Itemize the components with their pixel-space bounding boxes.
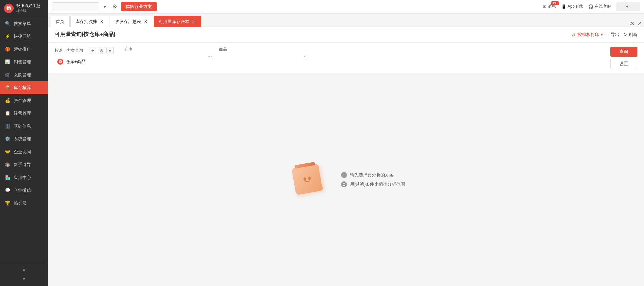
tab-bar-right: ✕ ⤢: [630, 20, 641, 27]
sidebar-item-label: 快捷导航: [14, 33, 31, 40]
sidebar-item-label: 基础信息: [14, 123, 31, 129]
header-dropdown-btn[interactable]: ▾: [101, 3, 109, 11]
app-badge: 标准版: [16, 9, 41, 14]
tab-batch[interactable]: 库存批次账 ✕: [70, 16, 109, 27]
sidebar-item-search[interactable]: 🔍 搜索菜单: [0, 17, 48, 30]
gear-icon: ⚙️: [5, 136, 11, 142]
sidebar-item-marketing[interactable]: 🎁 营销推广: [0, 43, 48, 56]
sidebar-item-label: 经营管理: [14, 110, 31, 116]
logo-icon: 畅: [4, 4, 14, 13]
scheme-item-warehouse-product[interactable]: 仓库+商品: [55, 57, 114, 67]
main-area: ▾ ⚙ 体验行业方案 ✉ 消息 99+ 📱 App下载 🎧 在线客服 Rit: [48, 0, 644, 286]
sidebar-item-member[interactable]: 🏆 畅会员: [0, 197, 48, 210]
sidebar-logo: 畅 畅康通好生意 标准版: [0, 0, 48, 17]
sidebar-bottom: ▲ ▼: [0, 262, 48, 286]
sidebar-item-purchase[interactable]: 🛒 采购管理: [0, 69, 48, 81]
print-label: 按模板打印: [577, 32, 599, 38]
sidebar-item-label: 营销推广: [14, 46, 31, 52]
money-icon: 💰: [5, 98, 11, 104]
message-btn[interactable]: ✉ 消息 99+: [543, 4, 556, 9]
empty-hint-2: 2 用[过滤]条件来缩小分析范围: [341, 181, 405, 187]
page-title-bar: 可用量查询(按仓库+商品) 🖨 按模板打印 ▾ ↑ 导出 ↻ 刷新: [48, 27, 644, 43]
empty-illustration: [287, 159, 328, 200]
sidebar-item-label: 系统管理: [14, 136, 31, 142]
refresh-btn[interactable]: ↻ 刷新: [623, 32, 637, 38]
empty-box-face: [300, 173, 315, 187]
tab-home[interactable]: 首页: [51, 16, 70, 27]
sidebar-item-wechat[interactable]: 💬 企业微信: [0, 184, 48, 197]
book-icon: 📚: [5, 162, 11, 168]
header-search-input[interactable]: [52, 2, 99, 11]
wechat-icon: 💬: [5, 187, 11, 193]
sidebar-item-label: 畅会员: [14, 200, 27, 206]
filter-field-warehouse: 仓库 ···: [124, 47, 212, 61]
store-icon: 🏪: [5, 175, 11, 181]
box-icon: 📦: [5, 85, 11, 91]
tab-available-label: 可用量库存账本: [159, 19, 189, 25]
tab-expand-btn[interactable]: ⤢: [637, 20, 641, 27]
scroll-down-btn[interactable]: ▼: [0, 274, 48, 283]
sidebar-nav: 🔍 搜索菜单 ⚡ 快捷导航 🎁 营销推广 📊 销售管理 🛒 采购管理 📦 库存核…: [0, 17, 48, 262]
sidebar-item-appstore[interactable]: 🏪 应用中心: [0, 171, 48, 184]
sidebar-item-basic[interactable]: 🗄️ 基础信息: [0, 120, 48, 133]
tab-home-label: 首页: [56, 19, 65, 25]
header-right: ✉ 消息 99+ 📱 App下载 🎧 在线客服 Rit: [543, 2, 640, 11]
sidebar-item-enterprise[interactable]: 🤝 企业协同: [0, 146, 48, 158]
page-title-actions: 🖨 按模板打印 ▾ ↑ 导出 ↻ 刷新: [572, 32, 638, 38]
export-icon: ↑: [607, 32, 610, 37]
warehouse-input-wrapper: ···: [124, 54, 212, 61]
product-more-btn[interactable]: ···: [302, 54, 307, 60]
scheme-collapse-btn[interactable]: «: [106, 47, 114, 54]
print-btn[interactable]: 🖨 按模板打印 ▾: [572, 32, 603, 38]
tab-summary[interactable]: 收发存汇总表 ✕: [110, 16, 153, 27]
scheme-label: 按以下方案查询: [55, 48, 83, 53]
filter-field-product: 商品 ···: [219, 47, 307, 61]
handshake-icon: 🤝: [5, 149, 11, 155]
scroll-up-btn[interactable]: ▲: [0, 265, 48, 274]
sidebar-item-system[interactable]: ⚙️ 系统管理: [0, 133, 48, 146]
sidebar-item-sales[interactable]: 📊 销售管理: [0, 56, 48, 69]
scheme-settings-btn[interactable]: ⊙: [98, 47, 105, 54]
customer-service-btn[interactable]: 🎧 在线客服: [588, 4, 611, 9]
sidebar-item-label: 搜索菜单: [14, 21, 31, 27]
sidebar-item-label: 企业微信: [14, 187, 31, 193]
empty-hint-1-text: 请先选择要分析的方案: [350, 172, 394, 178]
warehouse-input[interactable]: [124, 54, 208, 59]
tab-batch-close[interactable]: ✕: [99, 19, 104, 24]
warehouse-field-label: 仓库: [124, 47, 212, 52]
settings-btn[interactable]: 设置: [610, 59, 637, 69]
sidebar-item-shortcut[interactable]: ⚡ 快捷导航: [0, 30, 48, 43]
header-settings-btn[interactable]: ⚙: [110, 2, 120, 11]
filter-scheme-header: 按以下方案查询 + ⊙ «: [55, 47, 114, 54]
header-search-area: ▾ ⚙ 体验行业方案: [52, 2, 540, 11]
tab-close-all-btn[interactable]: ✕: [630, 20, 634, 27]
scheme-add-btn[interactable]: +: [89, 47, 96, 54]
sidebar-item-label: 企业协同: [14, 149, 31, 155]
search-icon: 🔍: [5, 21, 11, 27]
query-btn[interactable]: 查询: [610, 47, 637, 57]
filter-scheme-panel: 按以下方案查询 + ⊙ « 仓库+商品: [55, 47, 119, 67]
headset-icon: 🎧: [588, 4, 593, 9]
tab-summary-close[interactable]: ✕: [143, 19, 148, 24]
export-btn[interactable]: ↑ 导出: [607, 32, 620, 38]
sidebar-item-operation[interactable]: 📋 经营管理: [0, 107, 48, 120]
tab-available-close[interactable]: ✕: [191, 19, 196, 24]
sidebar-item-inventory[interactable]: 📦 库存核算: [0, 81, 48, 94]
product-input[interactable]: [219, 54, 302, 59]
printer-icon: 🖨: [572, 32, 576, 37]
sidebar-item-newbie[interactable]: 📚 新手引导: [0, 158, 48, 171]
user-avatar[interactable]: Rit: [616, 2, 640, 11]
tab-batch-label: 库存批次账: [75, 19, 97, 25]
tab-available[interactable]: 可用量库存账本 ✕: [154, 16, 201, 27]
industry-btn[interactable]: 体验行业方案: [121, 2, 157, 11]
empty-hints: 1 请先选择要分析的方案 2 用[过滤]条件来缩小分析范围: [341, 172, 405, 187]
warehouse-more-btn[interactable]: ···: [208, 54, 212, 60]
chart-icon: 📊: [5, 59, 11, 65]
hint-number-1: 1: [341, 172, 347, 178]
tab-summary-label: 收发存汇总表: [115, 19, 141, 25]
app-download-btn[interactable]: 📱 App下载: [561, 4, 583, 9]
filter-area: 按以下方案查询 + ⊙ « 仓库+商品: [48, 43, 644, 73]
svg-point-1: [303, 177, 307, 181]
sidebar-item-finance[interactable]: 💰 资金管理: [0, 94, 48, 107]
mobile-icon: 📱: [561, 4, 566, 9]
